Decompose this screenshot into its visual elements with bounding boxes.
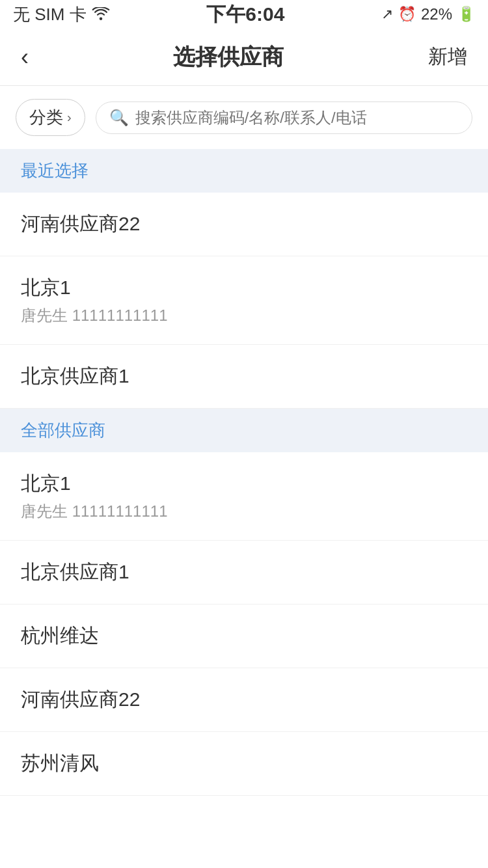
all-section-label: 全部供应商 <box>21 420 105 440</box>
all-list: 北京1唐先生 11111111111北京供应商1杭州维达河南供应商22苏州清风 <box>0 452 488 796</box>
battery-percent: 22% <box>421 5 452 23</box>
list-item[interactable]: 北京1唐先生 11111111111 <box>0 256 488 345</box>
category-chevron: › <box>67 110 72 125</box>
category-label: 分类 <box>29 106 63 129</box>
list-item[interactable]: 河南供应商22 <box>0 193 488 256</box>
item-name: 北京1 <box>21 470 467 497</box>
item-name: 苏州清风 <box>21 750 467 777</box>
wifi-icon <box>92 5 110 25</box>
status-time: 下午6:04 <box>206 1 284 28</box>
list-item[interactable]: 苏州清风 <box>0 732 488 796</box>
recent-section-header: 最近选择 <box>0 149 488 193</box>
back-button[interactable]: ‹ <box>21 44 29 71</box>
item-sub: 唐先生 11111111111 <box>21 501 467 522</box>
filter-bar: 分类 › 🔍 <box>0 86 488 149</box>
status-right: ↗ ⏰ 22% 🔋 <box>381 5 475 23</box>
list-item[interactable]: 北京供应商1 <box>0 541 488 604</box>
list-item[interactable]: 北京1唐先生 11111111111 <box>0 452 488 541</box>
status-bar: 无 SIM 卡 下午6:04 ↗ ⏰ 22% 🔋 <box>0 0 488 29</box>
nav-bar: ‹ 选择供应商 新增 <box>0 29 488 86</box>
item-name: 北京供应商1 <box>21 363 467 390</box>
search-input[interactable] <box>135 109 459 127</box>
all-section-header: 全部供应商 <box>0 409 488 452</box>
item-name: 北京供应商1 <box>21 559 467 586</box>
sim-label: 无 SIM 卡 <box>13 3 87 26</box>
list-item[interactable]: 杭州维达 <box>0 604 488 668</box>
recent-section-label: 最近选择 <box>21 161 88 180</box>
status-left: 无 SIM 卡 <box>13 3 110 26</box>
search-icon: 🔍 <box>109 109 129 127</box>
list-item[interactable]: 河南供应商22 <box>0 668 488 732</box>
item-name: 杭州维达 <box>21 623 467 649</box>
alarm-icon: ⏰ <box>398 6 416 23</box>
battery-icon: 🔋 <box>457 6 475 23</box>
category-button[interactable]: 分类 › <box>16 99 85 136</box>
search-box[interactable]: 🔍 <box>96 102 472 134</box>
item-name: 北京1 <box>21 275 467 301</box>
list-item[interactable]: 北京供应商1 <box>0 345 488 409</box>
recent-list: 河南供应商22北京1唐先生 11111111111北京供应商1 <box>0 193 488 409</box>
item-sub: 唐先生 11111111111 <box>21 305 467 326</box>
add-button[interactable]: 新增 <box>428 44 467 70</box>
item-name: 河南供应商22 <box>21 686 467 713</box>
location-icon: ↗ <box>381 6 393 23</box>
item-name: 河南供应商22 <box>21 211 467 237</box>
page-title: 选择供应商 <box>173 42 284 72</box>
